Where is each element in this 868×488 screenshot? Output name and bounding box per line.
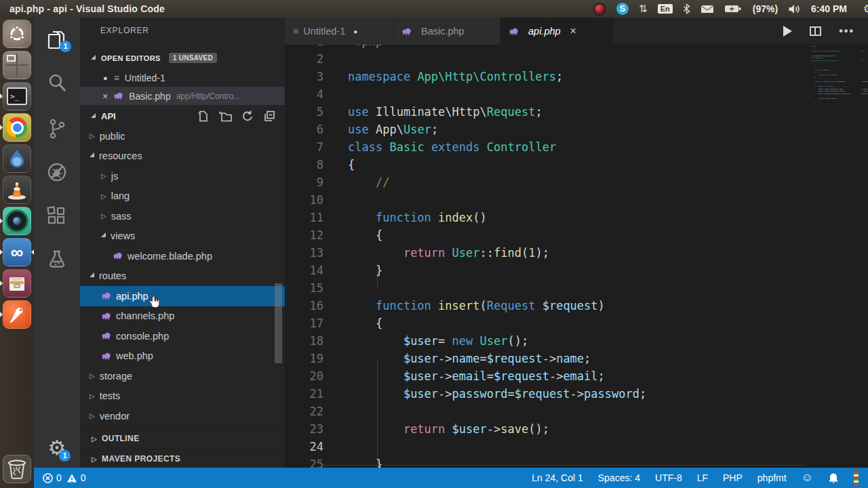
terminal-icon[interactable]: >_	[3, 82, 31, 110]
code-line-7[interactable]: 7class Basic extends Controller	[285, 138, 807, 156]
indentation[interactable]: Spaces: 4	[598, 472, 640, 483]
battery-icon[interactable]	[724, 4, 743, 14]
extensions-icon[interactable]	[34, 198, 80, 233]
code-line-5[interactable]: 5use Illuminate\Http\Request;	[285, 103, 807, 121]
clock[interactable]: 6:40 PM	[811, 3, 847, 14]
close-tab-icon[interactable]: ×	[570, 26, 576, 37]
vlc-icon[interactable]	[3, 176, 31, 204]
code-line-2[interactable]: 2	[285, 50, 807, 68]
ubuntu-dash-icon[interactable]	[3, 20, 31, 48]
tree-item-tests[interactable]: ▷tests	[80, 386, 285, 407]
minimap[interactable]: <?phpnamespace App\Http\Controllers;use …	[811, 45, 861, 468]
code-line-8[interactable]: 8{	[285, 156, 807, 174]
code-line-23[interactable]: 23 return $user->save();	[285, 420, 807, 438]
tree-item-views[interactable]: views	[80, 226, 285, 247]
tab-basic-php[interactable]: Basic.php	[393, 18, 500, 45]
network-arrows-icon[interactable]: ⇅	[639, 3, 648, 15]
notifications-bell-icon[interactable]	[828, 472, 839, 484]
code-line-18[interactable]: 18 $user= new User();	[285, 332, 807, 350]
tab-untitled-1[interactable]: ≡ Untitled-1 ●	[285, 18, 393, 45]
language-mode[interactable]: PHP	[723, 472, 743, 483]
code-editor[interactable]: 1<?php23namespace App\Http\Controllers;4…	[285, 45, 868, 468]
tree-item-lang[interactable]: ▷lang	[80, 186, 285, 207]
code-line-1[interactable]: 1<?php	[285, 45, 807, 50]
bluetooth-icon[interactable]	[683, 3, 690, 14]
code-line-11[interactable]: 11 function index()	[285, 209, 807, 226]
deluge-icon[interactable]	[3, 144, 31, 173]
cursor-position[interactable]: Ln 24, Col 1	[532, 472, 583, 483]
search-icon[interactable]	[34, 65, 80, 100]
maven-projects-section-header[interactable]: ▷ MAVEN PROJECTS	[80, 449, 285, 468]
tab-bar: ≡ Untitled-1 ● Basic.php api.php × •••	[285, 18, 868, 45]
code-line-19[interactable]: 19 $user->name=$request->name;	[285, 350, 807, 367]
tree-item-console.php[interactable]: console.php	[80, 326, 285, 346]
record-indicator-icon[interactable]	[593, 3, 606, 16]
tree-item-routes[interactable]: routes	[80, 266, 285, 287]
errors-indicator[interactable]: 0	[43, 472, 62, 483]
tree-item-sass[interactable]: ▷sass	[80, 206, 285, 226]
code-line-22[interactable]: 22	[285, 403, 807, 420]
code-line-12[interactable]: 12 {	[285, 226, 807, 244]
tree-item-resources[interactable]: resources	[80, 146, 285, 167]
code-line-9[interactable]: 9 //	[285, 174, 807, 191]
volume-icon[interactable]	[788, 4, 801, 14]
refresh-icon[interactable]	[242, 110, 254, 122]
keyboard-layout-indicator[interactable]: En	[658, 4, 673, 14]
chrome-icon[interactable]	[3, 113, 31, 142]
open-editors-header[interactable]: OPEN EDITORS 1 UNSAVED	[80, 49, 285, 66]
new-folder-icon[interactable]	[219, 111, 232, 122]
outline-section-header[interactable]: ▷ OUTLINE	[80, 428, 285, 448]
camera-app-icon[interactable]	[3, 207, 31, 235]
encoding[interactable]: UTF-8	[655, 472, 682, 483]
tab-api-php[interactable]: api.php ×	[500, 18, 614, 45]
tree-item-welcome.blade.php[interactable]: welcome.blade.php	[80, 246, 285, 266]
code-line-17[interactable]: 17 {	[285, 314, 807, 332]
code-line-14[interactable]: 14 }	[285, 262, 807, 279]
code-line-6[interactable]: 6use App\User;	[285, 121, 807, 138]
dirty-dot-icon[interactable]: ●	[353, 28, 357, 35]
code-line-13[interactable]: 13 return User::find(1);	[285, 244, 807, 262]
mail-icon[interactable]	[701, 4, 714, 14]
warnings-indicator[interactable]: 0	[66, 472, 86, 483]
code-line-3[interactable]: 3namespace App\Http\Controllers;	[285, 68, 807, 85]
run-code-icon[interactable]	[783, 26, 792, 37]
more-actions-icon[interactable]: •••	[839, 25, 854, 37]
code-line-4[interactable]: 4	[285, 85, 807, 103]
tree-item-channels.php[interactable]: channels.php	[80, 306, 285, 327]
code-line-10[interactable]: 10	[285, 191, 807, 209]
code-line-16[interactable]: 16 function insert(Request $request)	[285, 297, 807, 314]
tree-item-js[interactable]: ▷js	[80, 166, 285, 186]
code-line-21[interactable]: 21 $user->password=$request->password;	[285, 385, 807, 403]
tree-item-vendor[interactable]: ▷vendor	[80, 406, 285, 426]
new-file-icon[interactable]	[197, 110, 209, 122]
code-line-15[interactable]: 15	[285, 279, 807, 297]
trash-icon[interactable]	[3, 455, 31, 483]
tree-item-storage[interactable]: ▷storage	[80, 366, 285, 386]
open-editor-basic[interactable]: × Basic.php app/Http/Contro...	[80, 87, 285, 105]
code-line-25[interactable]: 25 }	[285, 455, 807, 468]
postman-icon[interactable]	[3, 300, 31, 329]
open-editor-untitled[interactable]: ● ≡ Untitled-1	[80, 68, 285, 87]
explorer-icon[interactable]: 1	[34, 23, 80, 58]
tree-item-public[interactable]: ▷public	[80, 126, 285, 146]
vscode-icon[interactable]: ∞	[3, 238, 31, 266]
code-line-20[interactable]: 20 $user->email=$request->email;	[285, 367, 807, 385]
workspace-switcher-icon[interactable]	[3, 51, 31, 79]
archive-manager-icon[interactable]	[3, 269, 31, 298]
code-line-24[interactable]: 24	[285, 438, 807, 455]
tree-item-web.php[interactable]: web.php	[80, 346, 285, 367]
source-control-icon[interactable]	[34, 111, 80, 146]
close-icon[interactable]: ×	[102, 91, 108, 102]
skype-icon[interactable]: S	[616, 3, 629, 15]
feedback-smiley-icon[interactable]: ☺	[802, 471, 813, 485]
settings-gear-icon[interactable]: ⚙ 1	[34, 430, 80, 465]
split-editor-icon[interactable]	[810, 26, 821, 36]
collapse-all-icon[interactable]	[264, 110, 275, 122]
project-section-header[interactable]: API	[80, 107, 285, 125]
tree-item-api.php[interactable]: api.php	[80, 286, 285, 306]
debug-icon[interactable]	[34, 155, 80, 190]
eol-sequence[interactable]: LF	[697, 472, 708, 483]
sidebar-scrollbar[interactable]	[275, 283, 282, 363]
test-beaker-icon[interactable]	[34, 243, 80, 278]
formatter[interactable]: phpfmt	[757, 472, 787, 483]
